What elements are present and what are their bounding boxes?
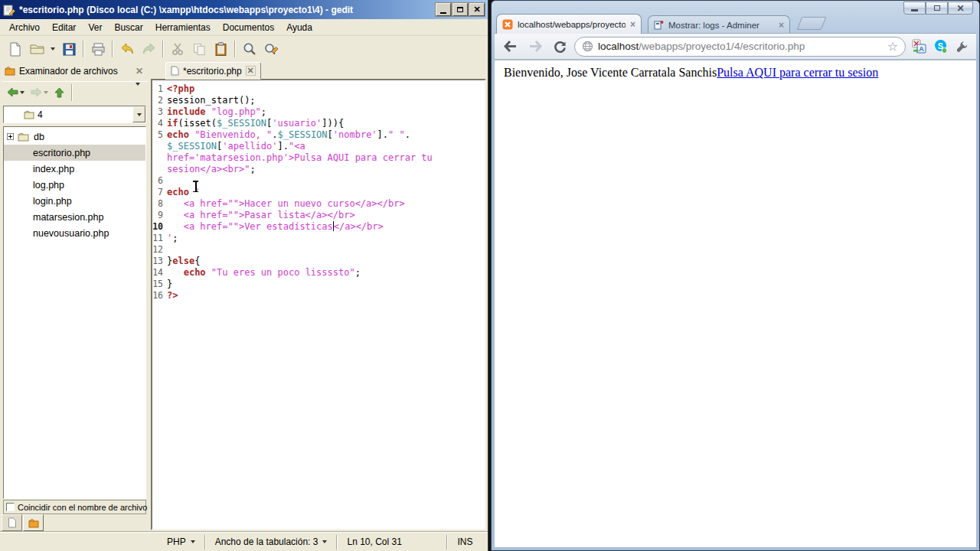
forward-arrow-icon <box>31 87 42 97</box>
close-button[interactable]: ✕ <box>948 2 973 15</box>
maximize-button[interactable] <box>452 3 468 16</box>
minimize-button[interactable] <box>436 3 451 16</box>
browser-tab-inactive[interactable]: Mostrar: logs - Adminer × <box>648 15 790 34</box>
code-row[interactable]: 15} <box>152 279 485 290</box>
xampp-favicon <box>502 19 513 30</box>
tab-close-icon[interactable]: ✕ <box>246 66 256 76</box>
search-button[interactable] <box>239 39 260 59</box>
back-button[interactable] <box>501 37 521 57</box>
paste-button[interactable] <box>210 39 231 59</box>
maximize-button[interactable] <box>926 2 948 15</box>
translate-extension-button[interactable]: A <box>910 37 927 56</box>
tab-width-selector[interactable]: Ancho de la tabulación: 3 <box>211 536 332 547</box>
new-document-button[interactable] <box>5 39 26 59</box>
match-filename-row[interactable]: Coincidir con el nombre de archivo <box>3 500 146 514</box>
code-row[interactable]: 12 <box>152 244 485 256</box>
browser-window: ✕ localhost/webapps/proyecto1/ × Mostrar… <box>491 0 980 551</box>
code-token: (isset( <box>178 118 217 129</box>
code-row[interactable]: $_SESSION['apellido']."<a <box>152 141 485 152</box>
code-row[interactable]: 1<?php <box>152 83 485 95</box>
code-token: [ <box>328 129 333 140</box>
code-row[interactable]: 7echo ' <box>152 187 485 198</box>
fb-menu-button[interactable] <box>131 86 145 99</box>
code-row[interactable]: 8 <a href="">Hacer un nuevo curso</a></b… <box>152 198 485 210</box>
copy-button[interactable] <box>188 39 210 59</box>
skype-extension-button[interactable]: S <box>932 37 949 56</box>
code-row[interactable]: 14 echo "Tu eres un poco lissssto"; <box>152 267 485 279</box>
menu-ayuda[interactable]: Ayuda <box>280 20 318 35</box>
tree-item-file[interactable]: log.php <box>4 177 145 193</box>
save-button[interactable] <box>58 39 80 59</box>
tree-item-file[interactable]: index.php <box>4 161 145 177</box>
menu-herramientas[interactable]: Herramientas <box>149 20 217 35</box>
open-dropdown-button[interactable] <box>47 39 58 59</box>
code-token: href='matarsesion.php'>Pulsa AQUI para c… <box>167 152 433 163</box>
code-row[interactable]: 9 <a href="">Pasar lista</a></br> <box>152 210 485 221</box>
code-token: $_SESSION <box>278 129 328 140</box>
undo-button[interactable] <box>116 39 138 59</box>
code-row[interactable]: 13}else{ <box>152 256 485 267</box>
minimize-button[interactable] <box>903 2 926 15</box>
code-row[interactable]: 2session_start(); <box>152 95 485 106</box>
side-panel-header[interactable]: Examinador de archivos ✕ <box>2 62 148 80</box>
tab-close-icon[interactable]: × <box>779 20 784 31</box>
location-dropdown-button[interactable] <box>132 106 145 122</box>
close-button[interactable]: ✕ <box>469 3 485 16</box>
side-panel-close-icon[interactable]: ✕ <box>134 66 145 77</box>
code-text[interactable]: 1<?php2session_start();3include "log.php… <box>152 83 485 302</box>
tree-item-file[interactable]: login.php <box>4 193 145 209</box>
print-button[interactable] <box>87 39 109 59</box>
code-row[interactable]: 10 <a href="">Ver estadísticas</a></br> <box>152 221 485 233</box>
tab-close-icon[interactable]: × <box>630 19 635 30</box>
fb-forward-button[interactable] <box>28 85 51 99</box>
documents-panel-tab[interactable] <box>2 514 22 531</box>
open-button[interactable] <box>26 39 47 59</box>
match-filename-checkbox[interactable] <box>6 503 15 511</box>
chrome-menu-button[interactable] <box>953 37 970 56</box>
new-document-icon <box>9 42 21 57</box>
expander-plus-icon[interactable] <box>7 133 14 140</box>
tree-item-file[interactable]: matarsesion.php <box>4 209 145 225</box>
fb-up-button[interactable] <box>52 85 67 100</box>
menu-editar[interactable]: Editar <box>46 20 82 35</box>
location-combobox[interactable]: 4 <box>3 106 146 123</box>
language-selector[interactable]: PHP <box>162 536 200 547</box>
code-row[interactable]: 3include "log.php"; <box>152 106 485 118</box>
search-replace-button[interactable] <box>260 39 282 59</box>
forward-button[interactable] <box>525 37 545 57</box>
document-tab[interactable]: *escritorio.php ✕ <box>165 62 261 80</box>
code-row[interactable]: 6 <box>152 175 485 187</box>
fb-back-button[interactable] <box>5 85 27 99</box>
code-token: $_SESSION <box>167 141 217 152</box>
code-row[interactable]: 11'; <box>152 233 485 244</box>
code-row[interactable]: 16?> <box>152 290 485 302</box>
bookmark-star-icon[interactable]: ☆ <box>887 41 898 53</box>
chevron-down-icon <box>137 113 142 116</box>
code-editor[interactable]: 1<?php2session_start();3include "log.php… <box>151 79 486 530</box>
code-row[interactable]: sesion</a><br>"; <box>152 164 485 175</box>
menu-ver[interactable]: Ver <box>82 20 108 35</box>
tree-item-folder[interactable]: db <box>4 129 145 145</box>
gedit-titlebar[interactable]: *escritorio.php (Disco local (C:) \xampp… <box>0 0 488 19</box>
undo-icon <box>120 43 135 55</box>
file-browser-panel-tab[interactable] <box>23 514 44 531</box>
logout-link[interactable]: Pulsa AQUI para cerrar tu sesion <box>717 66 878 79</box>
code-row[interactable]: href='matarsesion.php'>Pulsa AQUI para c… <box>152 152 485 164</box>
menu-documentos[interactable]: Documentos <box>217 20 280 35</box>
tree-item-file[interactable]: nuevousuario.php <box>4 225 145 241</box>
menu-buscar[interactable]: Buscar <box>108 20 149 35</box>
minimize-icon <box>440 12 446 14</box>
browser-tab-active[interactable]: localhost/webapps/proyecto1/ × <box>496 14 642 34</box>
reload-button[interactable] <box>550 37 570 57</box>
menu-archivo[interactable]: Archivo <box>3 20 46 35</box>
document-tab-label: *escritorio.php <box>183 66 242 77</box>
url-text[interactable]: localhost/webapps/proyecto1/4/escritorio… <box>598 41 805 52</box>
redo-button[interactable] <box>138 39 159 59</box>
code-row[interactable]: 4if(isset($_SESSION['usuario'])){ <box>152 118 485 129</box>
tree-item-label: db <box>34 132 44 142</box>
code-row[interactable]: 5echo "Bienvenido, ".$_SESSION['nombre']… <box>152 129 485 141</box>
address-bar[interactable]: localhost/webapps/proyecto1/4/escritorio… <box>574 37 906 57</box>
cut-button[interactable] <box>167 39 188 59</box>
new-tab-button[interactable] <box>797 17 827 30</box>
tree-item-file-selected[interactable]: escritorio.php <box>4 145 145 161</box>
